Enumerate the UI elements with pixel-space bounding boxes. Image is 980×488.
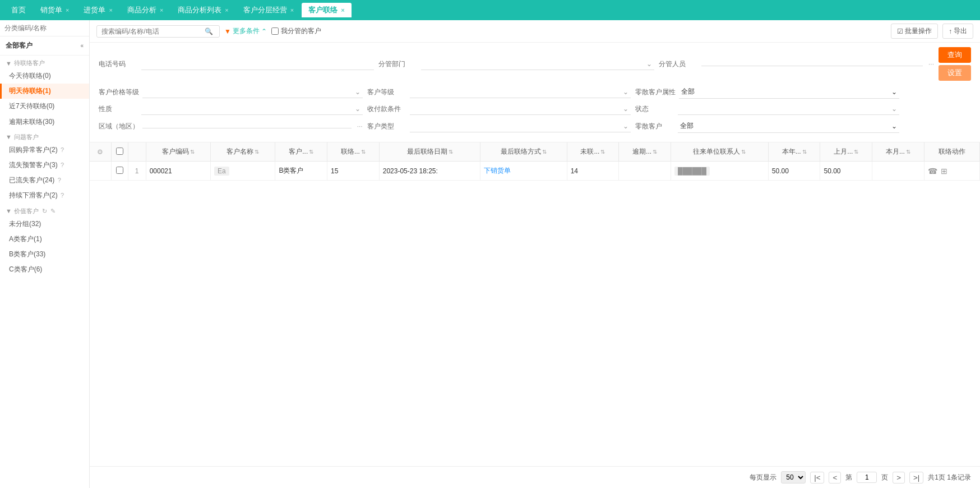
main-search-input[interactable] [101, 27, 202, 35]
row-unit-contact: ██████ [671, 162, 768, 181]
filter-retail-attr-select[interactable]: 全部⌄ [679, 85, 899, 99]
sidebar-all-customers[interactable]: 全部客户 « [0, 36, 89, 56]
filter-cell-region: 区域（地区） ··· [99, 122, 363, 131]
page-label: 第 [845, 473, 852, 482]
row-code[interactable]: 000021 [146, 162, 210, 181]
sidebar-item-today-pending[interactable]: 今天待联络(0) [0, 68, 89, 84]
column-unit-contact[interactable]: 往来单位联系人⇅ [671, 142, 768, 162]
close-icon[interactable]: × [160, 7, 163, 13]
filter-phone-input[interactable] [141, 58, 374, 70]
nav-sales[interactable]: 销货单× [34, 3, 76, 17]
refresh-icon[interactable]: ↻ [42, 208, 47, 215]
question-icon[interactable]: ? [61, 162, 64, 168]
sidebar-search-input[interactable] [4, 24, 89, 32]
chevron-left-icon[interactable]: « [80, 43, 84, 49]
main-layout: 🔍 全部客户 « ▼ 待联络客户 今天待联络(0) 明天待联络(1) 近7天待联… [0, 20, 980, 488]
sidebar-item-7days-pending[interactable]: 近7天待联络(0) [0, 99, 89, 114]
close-icon[interactable]: × [66, 7, 69, 13]
filter-customer-type-select[interactable]: ⌄ [410, 121, 631, 132]
chevron-down-icon: ⌄ [891, 88, 897, 96]
sidebar-item-overdue-pending[interactable]: 逾期未联络(30) [0, 114, 89, 130]
sidebar-item-tomorrow-pending[interactable]: 明天待联络(1) [0, 84, 89, 99]
search-icon[interactable]: 🔍 [205, 27, 213, 35]
filter-dept-select[interactable]: ⌄ [421, 58, 654, 70]
column-checkbox[interactable] [111, 142, 128, 162]
nav-home[interactable]: 首页 [4, 3, 33, 17]
row-last-month: 50.00 [820, 162, 872, 181]
qr-icon[interactable]: ⊞ [941, 167, 947, 176]
column-uncontacted[interactable]: 未联...⇅ [567, 142, 619, 162]
more-icon[interactable]: ··· [357, 122, 363, 130]
chevron-down-icon: ▼ [6, 60, 12, 67]
my-customers-checkbox[interactable]: 我分管的客户 [271, 26, 321, 36]
customer-name-blurred: Ea [214, 167, 229, 176]
row-select-checkbox[interactable] [116, 167, 123, 174]
column-code[interactable]: 客户编码⇅ [146, 142, 210, 162]
close-icon[interactable]: × [109, 7, 112, 13]
column-last-month[interactable]: 上月...⇅ [820, 142, 872, 162]
filter-payment-select[interactable]: ⌄ [410, 103, 631, 115]
column-last-contact-method[interactable]: 最后联络方式⇅ [480, 142, 567, 162]
sidebar-item-a-class[interactable]: A类客户(1) [0, 232, 89, 247]
unit-contact-blurred: ██████ [674, 167, 710, 176]
edit-icon[interactable]: ✎ [50, 208, 56, 215]
filter-customer-level-select[interactable]: ⌄ [410, 86, 631, 98]
page-input[interactable] [857, 472, 877, 483]
nav-product-analysis-list[interactable]: 商品分析列表× [171, 3, 235, 17]
last-contact-method-link[interactable]: 下销货单 [484, 167, 511, 174]
column-overdue[interactable]: 逾期...⇅ [619, 142, 671, 162]
close-icon[interactable]: × [225, 7, 228, 13]
sidebar-item-b-class[interactable]: B类客户(33) [0, 247, 89, 262]
question-icon[interactable]: ? [61, 146, 64, 153]
select-all-checkbox[interactable] [116, 148, 123, 155]
filter-nature-select[interactable]: ⌄ [141, 103, 363, 115]
row-this-year: 50.00 [768, 162, 820, 181]
column-settings[interactable]: ⚙ [90, 142, 111, 162]
my-customers-check[interactable] [271, 27, 279, 35]
filter-price-level-select[interactable]: ⌄ [142, 86, 363, 98]
export-btn[interactable]: ↑ 导出 [942, 24, 973, 39]
column-last-contact-date[interactable]: 最后联络日期⇅ [379, 142, 480, 162]
row-checkbox[interactable] [111, 162, 128, 181]
close-icon[interactable]: × [341, 7, 344, 13]
close-icon[interactable]: × [290, 7, 294, 13]
first-page-btn[interactable]: |< [810, 472, 824, 484]
question-icon[interactable]: ? [58, 177, 61, 183]
column-name[interactable]: 客户名称⇅ [211, 142, 275, 162]
column-this-year[interactable]: 本年...⇅ [768, 142, 820, 162]
filter-retail-customer-select[interactable]: 全部⌄ [678, 119, 899, 133]
query-button[interactable]: 查询 [939, 47, 971, 63]
question-icon[interactable]: ? [61, 192, 64, 199]
row-last-contact-method[interactable]: 下销货单 [480, 162, 567, 181]
more-conditions-btn[interactable]: ▼ 更多条件 ⌃ [224, 26, 267, 36]
column-contact[interactable]: 联络...⇅ [327, 142, 380, 162]
column-this-month[interactable]: 本月...⇅ [872, 142, 924, 162]
filter-label-retail-customer: 零散客户 [635, 122, 674, 131]
nav-purchase[interactable]: 进货单× [77, 3, 119, 17]
filter-status-select[interactable]: ⌄ [678, 103, 899, 115]
sidebar-item-c-class[interactable]: C类客户(6) [0, 262, 89, 277]
filter-label-person: 分管人员 [659, 59, 698, 69]
nav-customer-tier[interactable]: 客户分层经营× [237, 3, 301, 17]
sidebar-item-churn-warning[interactable]: 流失预警客户(3) ? [0, 158, 89, 173]
nav-product-analysis[interactable]: 商品分析× [121, 3, 170, 17]
nav-customer-contact[interactable]: 客户联络× [302, 3, 351, 17]
more-icon[interactable]: ··· [928, 60, 934, 68]
next-page-btn[interactable]: > [893, 472, 905, 484]
batch-operation-btn[interactable]: ☑ 批量操作 [891, 24, 938, 39]
sidebar-item-abnormal-repurchase[interactable]: 回购异常客户(2) ? [0, 142, 89, 158]
last-page-btn[interactable]: >| [909, 472, 923, 484]
filter-person-select[interactable] [701, 62, 923, 66]
sidebar-item-declining[interactable]: 持续下滑客户(2) ? [0, 188, 89, 203]
filter-region-select[interactable] [142, 125, 352, 128]
sidebar-item-ungrouped[interactable]: 未分组(32) [0, 217, 89, 232]
filter-actions: ☑ 批量操作 ↑ 导出 [891, 24, 973, 39]
column-type[interactable]: 客户...⇅ [275, 142, 327, 162]
setting-button[interactable]: 设置 [939, 65, 971, 81]
prev-page-btn[interactable]: < [829, 472, 841, 484]
chevron-down-icon: ▼ [6, 133, 12, 140]
per-page-select[interactable]: 50 [781, 471, 806, 484]
phone-icon[interactable]: ☎ [928, 167, 937, 176]
sidebar-item-churned[interactable]: 已流失客户(24) ? [0, 173, 89, 188]
filter-label-customer-type: 客户类型 [367, 122, 406, 131]
